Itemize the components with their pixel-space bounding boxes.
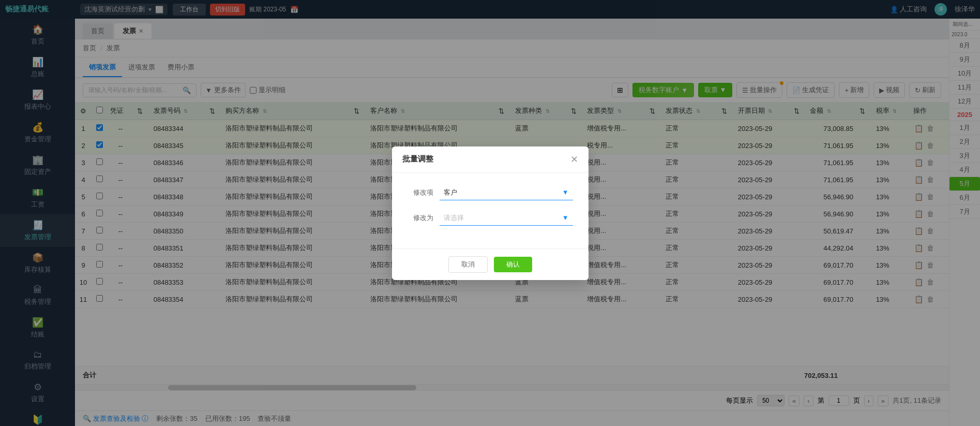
- change-to-label: 修改为: [408, 213, 433, 223]
- modal-header: 批量调整 ✕: [392, 146, 589, 173]
- change-to-select[interactable]: 请选择 ▼: [440, 211, 573, 226]
- field-dropdown-icon: ▼: [562, 188, 569, 196]
- change-to-row: 修改为 请选择 ▼: [408, 211, 573, 226]
- modal-body: 修改项 客户 ▼ 修改为 请选择 ▼: [392, 173, 589, 248]
- modal-overlay[interactable]: 批量调整 ✕ 修改项 客户 ▼ 修改为 请选择 ▼ 取消 确认: [0, 0, 980, 426]
- change-to-dropdown-icon: ▼: [562, 214, 569, 222]
- cancel-button[interactable]: 取消: [448, 256, 488, 273]
- field-row: 修改项 客户 ▼: [408, 185, 573, 200]
- batch-adjust-modal: 批量调整 ✕ 修改项 客户 ▼ 修改为 请选择 ▼ 取消 确认: [392, 146, 589, 280]
- field-select[interactable]: 客户 ▼: [440, 185, 573, 200]
- confirm-button[interactable]: 确认: [494, 257, 532, 272]
- modal-close-button[interactable]: ✕: [570, 154, 578, 165]
- modal-footer: 取消 确认: [392, 248, 589, 280]
- change-to-placeholder: 请选择: [444, 213, 464, 223]
- modal-title: 批量调整: [402, 154, 433, 164]
- field-value: 客户: [444, 188, 457, 197]
- field-label: 修改项: [408, 188, 433, 197]
